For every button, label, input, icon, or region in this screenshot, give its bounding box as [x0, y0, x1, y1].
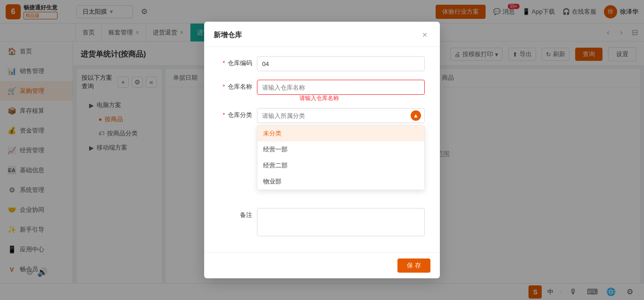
name-label: * 仓库名称: [219, 80, 257, 91]
code-label: * 仓库编码: [219, 56, 257, 67]
dropdown-option-2[interactable]: 经营二部: [257, 158, 424, 174]
category-dropdown: 未分类 经营一部 经营二部 物业部: [257, 125, 425, 190]
name-input-wrapper: 请输入仓库名称: [257, 80, 425, 95]
form-row-remark: 备注: [219, 208, 425, 236]
modal-overlay: 新增仓库 × * 仓库编码 * 仓库名称 请输入仓库名称: [0, 0, 644, 300]
category-input-wrapper: ▲ 未分类 经营一部 经营二部 物业部: [257, 108, 425, 123]
category-input[interactable]: [257, 108, 425, 123]
category-label: * 仓库分类: [219, 108, 257, 119]
dialog-header: 新增仓库 ×: [204, 22, 440, 47]
dialog-body: * 仓库编码 * 仓库名称 请输入仓库名称 *: [204, 47, 440, 252]
form-row-name: * 仓库名称 请输入仓库名称: [219, 80, 425, 95]
dropdown-option-3[interactable]: 物业部: [257, 174, 424, 190]
category-toggle-button[interactable]: ▲: [411, 110, 421, 121]
dialog-close-button[interactable]: ×: [419, 29, 430, 41]
name-input[interactable]: [257, 80, 425, 95]
save-button[interactable]: 保 存: [397, 258, 430, 273]
remark-input[interactable]: [257, 208, 425, 236]
remark-label: 备注: [219, 208, 257, 219]
dialog-footer: 保 存: [204, 252, 440, 278]
add-warehouse-dialog: 新增仓库 × * 仓库编码 * 仓库名称 请输入仓库名称: [204, 22, 440, 278]
form-row-code: * 仓库编码: [219, 56, 425, 71]
dropdown-option-0[interactable]: 未分类: [257, 125, 424, 142]
dropdown-option-1[interactable]: 经营一部: [257, 142, 424, 158]
name-error-msg: 请输入仓库名称: [299, 94, 339, 102]
dialog-title: 新增仓库: [214, 31, 242, 40]
code-input[interactable]: [257, 56, 425, 71]
form-row-category: * 仓库分类 ▲ 未分类 经营一部 经营二部 物业部: [219, 108, 425, 123]
